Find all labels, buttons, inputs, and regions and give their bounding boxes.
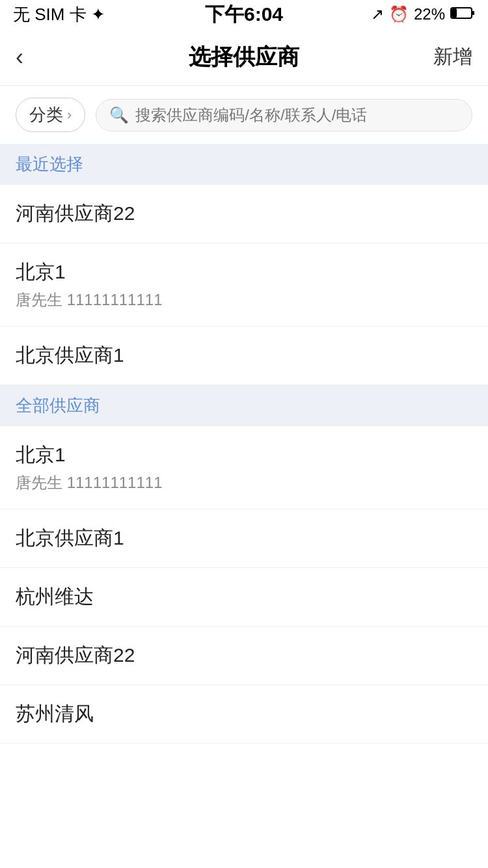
search-icon: 🔍 bbox=[109, 106, 129, 124]
list-item[interactable]: 北京供应商1 bbox=[0, 327, 488, 385]
svg-rect-2 bbox=[452, 8, 457, 18]
list-item[interactable]: 杭州维达 bbox=[0, 568, 488, 627]
item-name: 北京1 bbox=[16, 259, 472, 286]
item-name: 河南供应商22 bbox=[16, 642, 472, 669]
list-item[interactable]: 北京1唐先生 11111111111 bbox=[0, 426, 488, 509]
nav-bar: ‹ 选择供应商 新增 bbox=[0, 29, 488, 86]
list-item[interactable]: 北京1唐先生 11111111111 bbox=[0, 243, 488, 327]
battery-text: 22% bbox=[414, 5, 445, 23]
list-item[interactable]: 河南供应商22 bbox=[0, 185, 488, 243]
item-name: 北京供应商1 bbox=[16, 525, 472, 552]
battery-icon bbox=[450, 5, 475, 23]
item-name: 杭州维达 bbox=[16, 584, 472, 610]
list-item[interactable]: 河南供应商22 bbox=[0, 627, 488, 685]
recent-section-header: 最近选择 bbox=[0, 144, 488, 185]
item-name: 北京供应商1 bbox=[16, 342, 472, 369]
item-sub: 唐先生 11111111111 bbox=[16, 472, 472, 493]
status-left: 无 SIM 卡 ✦ bbox=[13, 3, 105, 26]
filter-bar: 分类 › 🔍 bbox=[0, 86, 488, 144]
list-item[interactable]: 苏州清风 bbox=[0, 685, 488, 744]
list-item[interactable]: 北京供应商1 bbox=[0, 509, 488, 568]
alarm-icon: ⏰ bbox=[389, 5, 409, 23]
search-box[interactable]: 🔍 bbox=[96, 99, 472, 131]
status-bar: 无 SIM 卡 ✦ 下午6:04 ↗ ⏰ 22% bbox=[0, 0, 488, 29]
item-name: 苏州清风 bbox=[16, 701, 472, 727]
chevron-icon: › bbox=[67, 107, 72, 124]
item-name: 北京1 bbox=[16, 442, 472, 468]
status-time: 下午6:04 bbox=[205, 1, 283, 28]
item-name: 河南供应商22 bbox=[16, 200, 472, 227]
status-right: ↗ ⏰ 22% bbox=[371, 5, 475, 23]
search-input[interactable] bbox=[135, 106, 459, 124]
svg-rect-1 bbox=[472, 11, 474, 15]
all-list: 北京1唐先生 11111111111北京供应商1杭州维达河南供应商22苏州清风 bbox=[0, 426, 488, 744]
no-sim-text: 无 SIM 卡 ✦ bbox=[13, 3, 105, 26]
all-section-header: 全部供应商 bbox=[0, 385, 488, 426]
location-icon: ↗ bbox=[371, 5, 384, 23]
category-filter[interactable]: 分类 › bbox=[16, 98, 85, 132]
item-sub: 唐先生 11111111111 bbox=[16, 290, 472, 310]
back-button[interactable]: ‹ bbox=[16, 44, 55, 71]
recent-section-label: 最近选择 bbox=[16, 154, 83, 174]
page-title: 选择供应商 bbox=[189, 42, 299, 72]
category-label: 分类 bbox=[29, 103, 63, 126]
all-section-label: 全部供应商 bbox=[16, 396, 100, 415]
recent-list: 河南供应商22北京1唐先生 11111111111北京供应商1 bbox=[0, 185, 488, 385]
add-button[interactable]: 新增 bbox=[433, 44, 472, 70]
